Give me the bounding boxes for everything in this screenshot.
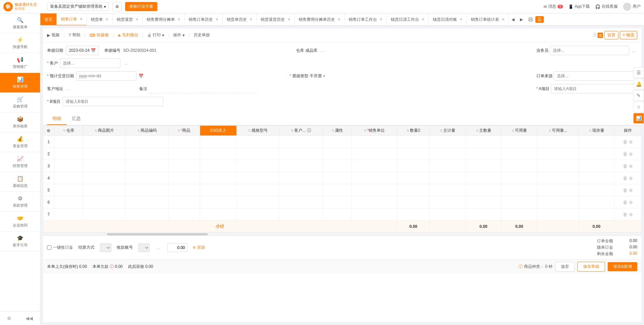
cell-attribute[interactable]	[323, 184, 352, 196]
sidebar-item-operation[interactable]: 📈 经营管理	[0, 152, 40, 172]
close-icon[interactable]: ✕	[380, 13, 382, 26]
cell-product[interactable]	[168, 208, 200, 220]
sidebar-item-guide[interactable]: 🎓 新手引导	[0, 232, 40, 251]
tab-sales-invoice[interactable]: 销货单 ✕	[87, 13, 113, 26]
cell-current-stock[interactable]	[579, 196, 614, 208]
cell-sales-unit[interactable]	[352, 136, 397, 148]
cell-main-qty[interactable]	[465, 148, 501, 160]
delivery-calendar-icon[interactable]: 📅	[139, 74, 144, 78]
cell-image[interactable]	[83, 196, 126, 208]
float-btn-3[interactable]: ✎	[633, 90, 644, 101]
cell-available[interactable]	[501, 148, 537, 160]
cell-available[interactable]	[501, 208, 537, 220]
message-btn[interactable]: ✉ 消息 9	[543, 4, 563, 9]
cell-product[interactable]	[168, 136, 200, 148]
receipt-account-select[interactable]	[138, 243, 150, 252]
order-source-input[interactable]	[554, 71, 637, 81]
cell-spec[interactable]	[237, 196, 279, 208]
table-scroll-track[interactable]	[43, 233, 641, 235]
cell-current-stock[interactable]	[579, 172, 614, 184]
cell-customer-code[interactable]	[279, 196, 323, 208]
cell-customer-code[interactable]	[279, 184, 323, 196]
system-selector[interactable]: 装备及固定资产辅助管理系统 ▾	[47, 2, 109, 11]
cell-image[interactable]	[83, 184, 126, 196]
tab-sales-expense[interactable]: 销售费用分摊单 ✕	[143, 13, 185, 26]
cell-code[interactable]	[125, 208, 168, 220]
settings-icon[interactable]: ⚙	[112, 2, 122, 11]
cell-customer-code[interactable]	[279, 148, 323, 160]
sidebar-item-system[interactable]: ⚙ 系统管理	[0, 192, 40, 212]
tab-sales-order-history[interactable]: 销售订单历史 ✕	[185, 13, 223, 26]
cell-current-stock[interactable]	[579, 148, 614, 160]
close-icon[interactable]: ✕	[288, 13, 290, 26]
one-click-checkbox-label[interactable]: 一键收订金	[47, 245, 73, 250]
cell-available[interactable]	[501, 136, 537, 148]
cell-warehouse[interactable]	[54, 148, 83, 160]
cell-main-unit[interactable]	[430, 136, 465, 148]
cell-sales-unit[interactable]	[352, 148, 397, 160]
cell-attribute[interactable]	[323, 160, 352, 172]
cell-warehouse[interactable]	[54, 208, 83, 220]
date-picker[interactable]: 2023-03-24 📅	[66, 46, 99, 55]
tab-expense-history[interactable]: 销售费用分摊单历史 ✕	[295, 13, 345, 26]
cell-product[interactable]	[168, 160, 200, 172]
shortcut-btn[interactable]: ⌨ 快捷键	[89, 32, 109, 38]
copy-icon[interactable]: ⊕	[629, 163, 633, 169]
cell-customer-code[interactable]	[279, 208, 323, 220]
delete-icon[interactable]: 🗑	[623, 212, 628, 217]
cell-attribute[interactable]	[323, 196, 352, 208]
save-new-btn[interactable]: 保存&新增	[608, 262, 637, 271]
profit-btn[interactable]: ◈ 毛利预估	[118, 32, 138, 38]
float-btn-2[interactable]: 🔔	[633, 79, 644, 89]
cell-image[interactable]	[83, 160, 126, 172]
cell-warehouse[interactable]	[54, 136, 83, 148]
cell-main-qty[interactable]	[465, 196, 501, 208]
tab-order-workbench[interactable]: 销售订单工作台 ✕	[345, 13, 387, 26]
add-row-button[interactable]: + 物流	[620, 31, 637, 39]
cell-qty2[interactable]	[397, 160, 429, 172]
tab-sales-return[interactable]: 销货退货 ✕	[113, 13, 143, 26]
cell-qty2[interactable]	[397, 208, 429, 220]
tab-close-all-btn[interactable]: ⊟	[526, 16, 535, 23]
cell-available2[interactable]	[537, 208, 578, 220]
cell-product[interactable]	[168, 184, 200, 196]
close-icon[interactable]: ✕	[250, 13, 252, 26]
tab-prev-arrow[interactable]: ◀	[509, 17, 517, 22]
cell-spec[interactable]	[237, 184, 279, 196]
cell-main-unit[interactable]	[430, 208, 465, 220]
cell-qty2[interactable]	[397, 184, 429, 196]
tab-next-arrow[interactable]: ▶	[517, 17, 526, 22]
cell-spec[interactable]	[237, 148, 279, 160]
sidebar-item-purchase[interactable]: 🛒 采购管理	[0, 93, 40, 113]
close-icon[interactable]: ✕	[460, 13, 462, 26]
cell-available[interactable]	[501, 172, 537, 184]
cell-attribute[interactable]	[323, 148, 352, 160]
sidebar-item-marketing[interactable]: 📢 营销推广	[0, 53, 40, 73]
cell-sales-unit[interactable]	[352, 160, 397, 172]
grid-view-btn[interactable]: ⊞	[598, 33, 603, 38]
salesperson-expand-btn[interactable]: …	[631, 48, 637, 53]
cell-code[interactable]	[125, 196, 168, 208]
close-icon[interactable]: ✕	[136, 13, 138, 26]
cell-main-qty[interactable]	[465, 136, 501, 148]
sidebar-item-search[interactable]: 🔍 搜索菜单	[0, 13, 40, 33]
cell-customer-code[interactable]	[279, 172, 323, 184]
cell-code[interactable]	[125, 136, 168, 148]
float-btn-4[interactable]: ☆	[633, 101, 644, 112]
close-icon[interactable]: ✕	[216, 13, 218, 26]
user-btn[interactable]: 用户	[623, 3, 641, 11]
list-view-btn[interactable]: ☰	[593, 33, 597, 38]
help-btn[interactable]: ? 帮助	[69, 32, 80, 38]
copy-icon[interactable]: ⊕	[629, 139, 633, 145]
cell-available[interactable]	[501, 184, 537, 196]
tab-sales-order[interactable]: 销售订单 ✕	[57, 13, 87, 26]
view-btn[interactable]: ▶ 视频	[47, 32, 60, 38]
close-icon[interactable]: ✕	[338, 13, 340, 26]
copy-icon[interactable]: ⊕	[629, 200, 633, 205]
remark-input[interactable]	[149, 84, 257, 93]
close-icon[interactable]: ✕	[502, 13, 504, 26]
cell-main-qty[interactable]	[465, 208, 501, 220]
cell-product[interactable]	[168, 172, 200, 184]
close-icon[interactable]: ✕	[178, 13, 180, 26]
cell-warehouse[interactable]	[54, 172, 83, 184]
